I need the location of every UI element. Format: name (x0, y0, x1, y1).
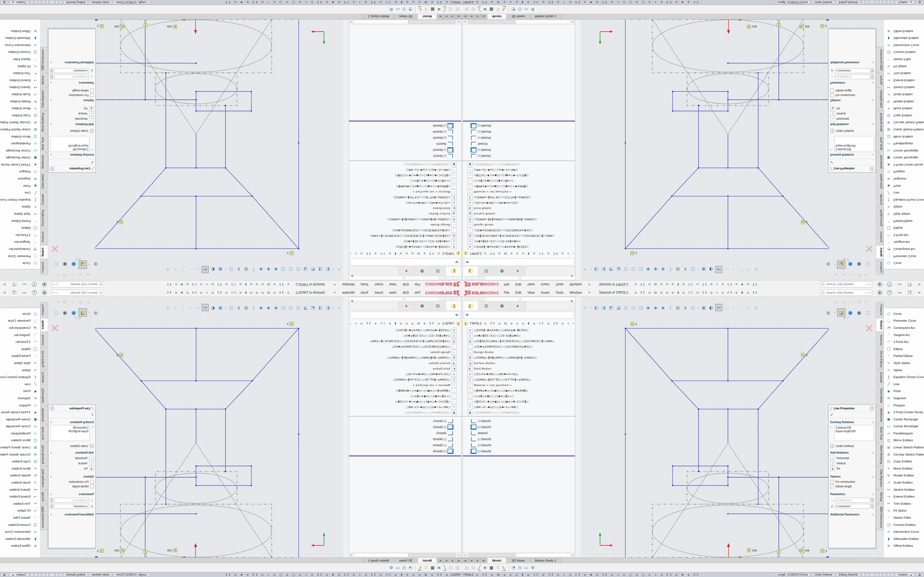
tool-item[interactable]: ◈ 3 Point Center Recta... (0, 161, 40, 168)
search-icon[interactable]: ○ (866, 291, 869, 295)
tab-nav-arrow[interactable]: |◀ (462, 14, 468, 19)
tool-item[interactable]: ⊡ Copy Entities (0, 112, 40, 119)
sketch-row[interactable]: Sketch3 (471, 141, 575, 147)
tool-item[interactable]: ∿ Style Spline (884, 211, 924, 218)
scroll-thumb[interactable] (468, 554, 516, 557)
taskbar-app-title[interactable]: TЯPDL2. (450, 574, 461, 576)
menu-item[interactable]: Insert (541, 291, 549, 295)
toolbar-icon[interactable]: ▭ (524, 7, 528, 12)
add-relation-button[interactable]: ❘ Vertical (50, 111, 94, 116)
toolbar-icon[interactable]: ⚙ (389, 565, 393, 570)
tool-item[interactable]: ╱ Line (884, 380, 924, 388)
menu-item[interactable]: Insert (541, 283, 549, 287)
tree-row[interactable]: ◧ Solid Bodies (349, 366, 458, 371)
tool-item[interactable]: ≡ Segment (0, 395, 40, 402)
toolbar-icon[interactable]: ⚙ (531, 7, 535, 12)
display-manager-tab[interactable]: ◕ (510, 266, 525, 276)
commandmanager-tab[interactable]: Weldments (40, 406, 48, 424)
tree-row[interactable]: ▥ ○2S╋ƷΕ2S○ИΝ◎∘╋ƆCƷΕΝƷΕ2S○∘○S2ΕƷΝΕƷCƆ╋∘◎… (466, 338, 575, 344)
graphics-area[interactable]: ⌖▾◧◨◩◪◰◱◲◆◆◆↧▦◗◫▾▣◐↩▭⌖╱✎✿ ◉▾◪●◉◻ ▭▭—❒× ✕… (581, 297, 924, 558)
option-row[interactable]: Infinite length (830, 484, 874, 489)
tool-item[interactable]: ◯ Ellipse (884, 224, 924, 232)
checkbox[interactable] (830, 480, 834, 484)
document-tab[interactable]: Motion Study 1 (530, 558, 562, 563)
document-tab[interactable]: Model (417, 558, 437, 563)
commandmanager-tab[interactable]: Data Migration (876, 467, 884, 489)
toolbar-icon[interactable]: ⇅ (496, 7, 500, 12)
search-input[interactable] (825, 291, 864, 295)
add-relation-button[interactable]: ψ Fix (830, 466, 874, 471)
tool-item[interactable]: ⊡ Copy Entities (0, 458, 40, 465)
scroll-right-arrow[interactable]: ▸ (349, 20, 354, 24)
commandmanager-tab[interactable]: Data Migration (876, 88, 884, 110)
tool-item[interactable]: ╱ Line (0, 380, 40, 388)
display-style-icon[interactable]: ▾ (833, 261, 836, 268)
panel-expand-chevron[interactable]: > (570, 299, 573, 303)
toolbar-icon[interactable]: ▭ (396, 7, 400, 12)
tool-item[interactable]: ◫ Mirror Entities (884, 133, 924, 140)
document-tab[interactable]: Model (487, 558, 507, 563)
unit-system-selector[interactable]: Custom ▴ (9, 0, 29, 5)
tool-item[interactable]: ◈ 3 Point Center Recta... (0, 409, 40, 416)
toolbar-icon[interactable]: ▨ (465, 565, 468, 570)
tab-nav-arrow[interactable]: ▶ (443, 558, 449, 563)
tool-item[interactable]: ◈ 3 Point Center Recta... (884, 409, 924, 416)
tool-item[interactable]: ▣ Center Rectangle (0, 416, 40, 423)
tool-item[interactable]: ✂ Trim Entities (0, 500, 40, 507)
tool-item[interactable]: ▭ Corner Rectangle (0, 147, 40, 155)
tree-row[interactable]: ▸ A ○2SИΝ◎∘╋Α╋◎ИΝΑ○∘○ΑΝИ◎╋Α╋∘◎ΝИS2○ (349, 355, 458, 360)
toolbar-icon[interactable]: ▨ (456, 7, 459, 12)
toolbar-icon[interactable]: ▤ (471, 7, 475, 12)
tool-item[interactable]: ≡ Segment (884, 175, 924, 182)
tool-item[interactable]: ▣ Center Rectangle (0, 155, 40, 161)
toolbar-icon[interactable]: ≡ (483, 7, 487, 12)
checkbox[interactable] (830, 485, 834, 488)
tab-nav-arrow[interactable]: |◀ (462, 558, 468, 563)
tool-item[interactable]: ▱ Parallelogram (0, 430, 40, 437)
pin-icon[interactable]: ✦ (333, 282, 336, 287)
commandmanager-tab[interactable]: MBD Dimensions (876, 504, 884, 530)
collapse-chevron-icon[interactable]: ∧ (50, 153, 52, 156)
document-tab[interactable]: Model (417, 14, 437, 19)
tool-item[interactable]: ⊞ Linear Sketch Pattern (884, 126, 924, 133)
user-account-icon[interactable]: ◉ (877, 290, 882, 295)
tree-root-row[interactable]: ◧ TЯPDL2. ◎ ƷΕ ◎ Ш ◎ ◎ ◎ ╋ ◎ ƆC ◎ ƷΕ ◎ ∔… (463, 319, 575, 326)
dimxpert-tab[interactable]: ⊕ (414, 301, 430, 311)
tree-row[interactable]: ▥ ○2S╋ƷΕ2S○ИΝ◎∘╋ƆCƷΕΝƷΕ2S○∘○S2ΕƷΝΕƷCƆ╋∘◎… (466, 233, 575, 239)
tool-item[interactable]: ↻ Rotate Entities (0, 98, 40, 105)
commandmanager-tab[interactable]: Mesh Modeling (40, 443, 48, 466)
relations-list[interactable]: Collinear108Equal length109 (50, 136, 90, 152)
tool-item[interactable]: ⊛ Circular Sketch Pattern (884, 451, 924, 458)
commandmanager-tab[interactable]: Markup (40, 73, 48, 87)
relation-item[interactable]: Collinear108 (52, 148, 88, 151)
tree-row[interactable]: ▸ ▣ ○2SƷΕИΝΑΠ∙○∘○∙ΠΑΝИΕƷS2○ (466, 162, 575, 167)
relation-item[interactable]: Equal length109 (836, 144, 872, 148)
toolbar-icon[interactable]: ◔ (512, 7, 515, 12)
toolbar-icon[interactable]: ◷ (402, 565, 406, 570)
tree-row[interactable]: ▱ ○╋ИΝ◎♣+○∗◉[○∘○]◉∗○+♣◎ΝИ╋○ (349, 184, 458, 189)
menu-item[interactable]: Window (570, 283, 582, 287)
tree-row[interactable]: ▥ ○2S╋ƷΕ2S○ИΝ◎∘╋ƆCƷΕΝƷΕ2S○∘○S2ΕƷΝΕƷCƆ╋∘◎… (349, 233, 458, 239)
tool-item[interactable]: ∩ Intersection Curve (884, 528, 924, 535)
pin-icon[interactable]: ✦ (333, 290, 336, 295)
search-icon[interactable]: ○ (55, 291, 58, 295)
tool-item[interactable]: ◔ Centerpoint Arc (884, 246, 924, 253)
display-style-icon[interactable]: ◻ (864, 261, 872, 268)
tool-item[interactable]: ◠ 3 Point Arc (884, 338, 924, 345)
tree-horizontal-scrollbar[interactable]: ◂ ▸ (349, 19, 461, 24)
document-tab[interactable]: 3D Views (394, 558, 417, 563)
expand-chevron-icon[interactable]: ∨ (50, 513, 52, 516)
tool-item[interactable]: ↔ Stretch Entities (0, 84, 40, 91)
tree-row[interactable]: ▱ ○╋ƎƆ϶C∘♣○∗◉[○∘○]◉∗○♣∘C϶ƆƎ╋○ (349, 399, 458, 404)
commandmanager-tab[interactable]: Sketch (876, 245, 884, 259)
help-icon[interactable]: ? (50, 406, 54, 410)
parameter-input[interactable]: 10.88152731 (54, 498, 89, 503)
tree-row[interactable]: ◧ Solid Bodies (466, 206, 575, 211)
expand-chevron-icon[interactable]: ∨ (50, 61, 52, 64)
collapse-chevron-icon[interactable]: ∧ (50, 82, 52, 84)
tool-item[interactable]: ↗ Scale Entities (884, 91, 924, 98)
tree-row[interactable]: ▸ ◷ ○Λ♣◎╋2S∘ƎƆ○∘○ƆƎ∘S2╋◎♣Λ○ (466, 239, 575, 244)
configuration-tab[interactable]: ⊞ (478, 301, 494, 311)
tool-item[interactable]: ƒ Equation Driven Curve (884, 373, 924, 380)
tool-item[interactable]: ◌ Perimeter Circle (884, 318, 924, 324)
